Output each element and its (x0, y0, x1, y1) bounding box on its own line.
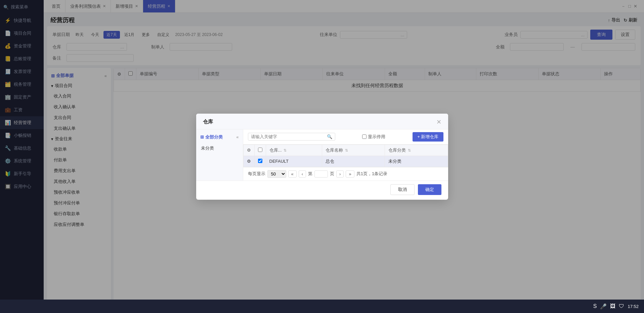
modal-cancel-button[interactable]: 取消 (390, 184, 415, 195)
modal-col-category: 仓库分类 ⇅ (385, 145, 448, 156)
modal-close-button[interactable]: ✕ (436, 118, 441, 126)
modal-search-input[interactable] (251, 134, 325, 139)
taskbar: S 🎤 🖼 🛡 17:52 (0, 300, 644, 313)
taskbar-icon-2[interactable]: 🎤 (600, 303, 607, 310)
modal-toolbar: 🔍 显示停用 + 新增仓库 (243, 129, 448, 145)
modal-search-icon: 🔍 (327, 134, 332, 139)
modal-row-checkbox[interactable] (254, 156, 266, 167)
modal-row-gear[interactable]: ⚙ (243, 156, 254, 167)
modal-collapse-icon[interactable]: « (236, 134, 239, 140)
modal-all-label: ⊞ 全部分类 (200, 134, 223, 140)
sort-arrows-cat: ⇅ (408, 148, 411, 152)
modal-table: ⚙ 仓库... ⇅ 仓库名称 ⇅ (243, 145, 448, 167)
modal-per-page-select[interactable]: 50 100 (267, 170, 286, 178)
modal-overlay[interactable]: 仓库 ✕ ⊞ 全部分类 « 未分类 (0, 0, 644, 313)
taskbar-icon-1[interactable]: S (593, 303, 597, 309)
modal-total-text: 共1页，1条记录 (356, 171, 387, 177)
modal-first-page[interactable]: « (288, 170, 297, 178)
modal-grid-icon: ⊞ (200, 134, 204, 140)
taskbar-icon-3[interactable]: 🖼 (610, 303, 615, 309)
modal-row-name: 总仓 (322, 156, 385, 167)
modal-left-panel: ⊞ 全部分类 « 未分类 (196, 129, 243, 181)
modal-page-unit: 页 (330, 171, 334, 177)
add-warehouse-button[interactable]: + 新增仓库 (413, 132, 443, 142)
modal-left-uncategorized[interactable]: 未分类 (196, 143, 243, 154)
modal-last-page[interactable]: » (346, 170, 354, 178)
modal-col-code: 仓库... ⇅ (266, 145, 322, 156)
modal-col-checkbox[interactable] (254, 145, 266, 156)
modal-row-code: DEFAULT (266, 156, 322, 167)
modal-right: 🔍 显示停用 + 新增仓库 ⚙ (243, 129, 448, 181)
modal-row-check[interactable] (258, 159, 262, 163)
modal-table-row[interactable]: ⚙ DEFAULT 总仓 未分类 (243, 156, 448, 167)
sort-arrows-code: ⇅ (284, 148, 287, 152)
modal-page-label: 第 (308, 171, 312, 177)
modal-prev-page[interactable]: ‹ (299, 170, 306, 178)
modal-header: 仓库 ✕ (196, 114, 448, 129)
modal-per-page-label: 每页显示 (248, 171, 265, 177)
modal-col-gear: ⚙ (243, 145, 254, 156)
modal-title: 仓库 (203, 119, 213, 125)
taskbar-icon-4[interactable]: 🛡 (619, 303, 624, 309)
modal-body: ⊞ 全部分类 « 未分类 🔍 显示停用 (196, 129, 448, 181)
modal-select-all[interactable] (258, 148, 262, 152)
taskbar-time: 17:52 (628, 304, 639, 309)
modal-confirm-button[interactable]: 确定 (418, 184, 441, 195)
modal-footer-actions: 取消 确定 (196, 181, 448, 200)
modal-search-box[interactable]: 🔍 (248, 133, 335, 141)
warehouse-modal: 仓库 ✕ ⊞ 全部分类 « 未分类 (196, 114, 448, 200)
modal-page-info: 每页显示 50 100 « ‹ 第 1 页 › » 共1页，1条记录 (248, 170, 388, 178)
modal-row-category: 未分类 (385, 156, 448, 167)
modal-left-header: ⊞ 全部分类 « (196, 133, 243, 143)
modal-current-page[interactable]: 1 (314, 170, 328, 178)
modal-col-name: 仓库名称 ⇅ (322, 145, 385, 156)
show-disabled-option[interactable]: 显示停用 (362, 134, 385, 140)
modal-pagination-bar: 每页显示 50 100 « ‹ 第 1 页 › » 共1页，1条记录 (243, 167, 448, 181)
sort-arrows-name: ⇅ (345, 148, 348, 152)
modal-next-page[interactable]: › (336, 170, 344, 178)
modal-table-wrap: ⚙ 仓库... ⇅ 仓库名称 ⇅ (243, 145, 448, 167)
show-disabled-checkbox[interactable] (362, 134, 367, 139)
show-disabled-label: 显示停用 (368, 134, 385, 140)
